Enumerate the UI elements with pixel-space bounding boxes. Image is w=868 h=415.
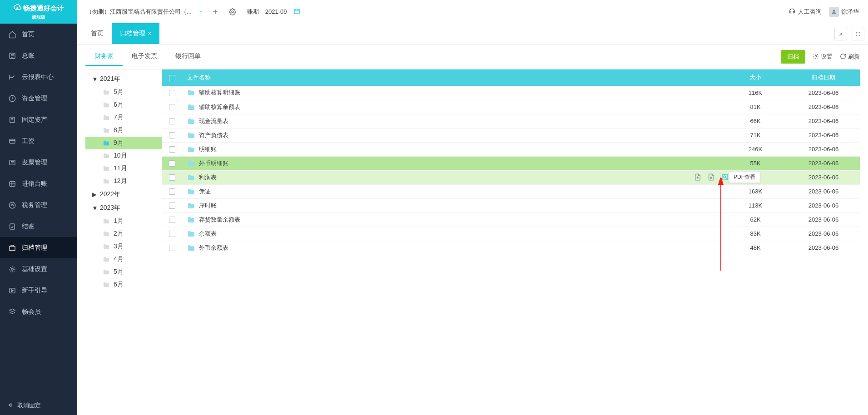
row-checkbox[interactable]	[169, 188, 175, 195]
row-size: 81K	[724, 100, 787, 114]
year-label: 2021年	[100, 75, 120, 83]
user-menu[interactable]: 徐泽华	[829, 7, 859, 17]
table-row[interactable]: 明细账246K2023-06-06	[162, 142, 860, 156]
row-name-cell: 现金流量表	[183, 114, 724, 128]
table-row[interactable]: 余额表83K2023-06-06	[162, 227, 860, 241]
close-tab-button[interactable]	[834, 28, 847, 40]
human-consult-link[interactable]: 人工咨询	[789, 7, 822, 16]
sidebar-item-10[interactable]: 归档管理	[0, 237, 77, 258]
tree-month-0-4[interactable]: 9月	[85, 137, 162, 149]
archive-button[interactable]: 归档	[781, 50, 805, 64]
row-size: 163K	[724, 184, 787, 198]
file-name: 现金流量表	[199, 117, 228, 125]
tree-month-2-4[interactable]: 5月	[85, 266, 162, 278]
svg-point-12	[833, 10, 835, 12]
nav-label: 畅会员	[22, 308, 41, 316]
row-checkbox[interactable]	[169, 160, 175, 167]
tree-month-0-5[interactable]: 10月	[85, 149, 162, 162]
sidebar-item-4[interactable]: 固定资产	[0, 109, 77, 130]
tree-month-2-0[interactable]: 1月	[85, 215, 162, 227]
tree-year-2[interactable]: ▼2023年	[85, 201, 162, 215]
sidebar-item-11[interactable]: 基础设置	[0, 258, 77, 280]
page-tab-label: 归档管理	[120, 30, 145, 38]
subtab-2[interactable]: 银行回单	[166, 48, 210, 66]
row-checkbox[interactable]	[169, 90, 175, 96]
sidebar-item-5[interactable]: 工资	[0, 130, 77, 152]
sidebar-item-9[interactable]: 结账	[0, 216, 77, 237]
row-checkbox-cell	[162, 142, 183, 156]
tree-month-2-5[interactable]: 6月	[85, 278, 162, 291]
sidebar-item-2[interactable]: 云报表中心	[0, 66, 77, 88]
tree-month-0-2[interactable]: 7月	[85, 111, 162, 124]
settings-link[interactable]: 设置	[813, 53, 833, 61]
tree-year-1[interactable]: ▶2022年	[85, 188, 162, 201]
close-icon[interactable]: ×	[148, 30, 151, 37]
xml-download-icon[interactable]	[693, 173, 702, 182]
table-row[interactable]: 序时账113K2023-06-06	[162, 198, 860, 212]
tree-month-0-7[interactable]: 12月	[85, 175, 162, 188]
sidebar-item-8[interactable]: 税务管理	[0, 194, 77, 216]
row-checkbox[interactable]	[169, 217, 175, 223]
row-checkbox[interactable]	[169, 245, 175, 251]
table-row[interactable]: 外币明细账55K2023-06-06	[162, 156, 860, 170]
sidebar-item-12[interactable]: 新手引导	[0, 280, 77, 301]
subtab-1[interactable]: 电子发票	[123, 48, 166, 66]
pdf-download-icon[interactable]	[707, 173, 716, 182]
sidebar-item-0[interactable]: 首页	[0, 24, 77, 45]
pdf-view-icon[interactable]	[720, 173, 729, 182]
tree-month-0-1[interactable]: 6月	[85, 99, 162, 111]
row-checkbox[interactable]	[169, 231, 175, 237]
row-checkbox[interactable]	[169, 104, 175, 110]
refresh-link[interactable]: 刷新	[840, 53, 860, 61]
row-name-cell: 资产负债表	[183, 128, 724, 142]
row-checkbox[interactable]	[169, 146, 175, 153]
tree-month-2-3[interactable]: 4月	[85, 253, 162, 266]
row-checkbox[interactable]	[169, 174, 175, 181]
sidebar-item-7[interactable]: 进销台账	[0, 173, 77, 194]
row-checkbox[interactable]	[169, 203, 175, 209]
row-date: 2023-06-06	[787, 184, 860, 198]
table-row[interactable]: 存货数量余额表62K2023-06-06	[162, 212, 860, 227]
subtab-0[interactable]: 财务账	[85, 48, 123, 66]
company-dropdown-icon[interactable]	[198, 8, 203, 15]
row-date: 2023-06-06	[787, 227, 860, 241]
company-settings-icon[interactable]	[227, 6, 238, 17]
tree-month-0-3[interactable]: 8月	[85, 124, 162, 137]
file-name: 辅助核算余额表	[199, 103, 240, 111]
subtab-row: 财务账电子发票银行回单 归档 设置 刷新	[85, 44, 860, 69]
row-checkbox-cell	[162, 86, 183, 100]
table-row[interactable]: 资产负债表71K2023-06-06	[162, 128, 860, 142]
fullscreen-button[interactable]	[852, 28, 864, 40]
svg-rect-11	[294, 9, 299, 14]
tree-month-2-1[interactable]: 2月	[85, 227, 162, 240]
tree-month-0-0[interactable]: 5月	[85, 86, 162, 99]
month-label: 12月	[114, 177, 127, 185]
sidebar-item-13[interactable]: 畅会员	[0, 301, 77, 322]
tree-month-0-6[interactable]: 11月	[85, 162, 162, 175]
sidebar-item-6[interactable]: 发票管理	[0, 152, 77, 173]
page-tab-1[interactable]: 归档管理×	[112, 23, 159, 44]
add-company-button[interactable]	[210, 6, 221, 17]
month-label: 9月	[114, 139, 124, 147]
page-tab-0[interactable]: 首页	[83, 23, 112, 44]
sidebar-item-3[interactable]: 资金管理	[0, 88, 77, 109]
table-row[interactable]: 辅助核算明细账116K2023-06-06	[162, 86, 860, 100]
row-checkbox[interactable]	[169, 132, 175, 138]
select-all-checkbox[interactable]	[169, 75, 175, 81]
sidebar-unpin[interactable]: 取消固定	[0, 396, 77, 415]
row-date: 2023-06-06	[787, 212, 860, 227]
calendar-icon[interactable]	[293, 8, 300, 16]
table-row[interactable]: 现金流量表66K2023-06-06	[162, 114, 860, 128]
table-row[interactable]: 外币余额表48K2023-06-06	[162, 241, 860, 255]
table-row[interactable]: 辅助核算余额表81K2023-06-06	[162, 100, 860, 114]
sidebar-item-1[interactable]: 总账	[0, 45, 77, 66]
tree-month-2-2[interactable]: 3月	[85, 240, 162, 253]
row-name-cell: 凭证	[183, 184, 724, 198]
nav-label: 发票管理	[22, 158, 47, 167]
folder-icon	[103, 89, 110, 95]
file-name: 资产负债表	[199, 131, 228, 139]
row-checkbox[interactable]	[169, 118, 175, 124]
period-label: 账期	[247, 8, 259, 16]
tree-year-0[interactable]: ▼2021年	[85, 72, 162, 86]
table-row[interactable]: 凭证163K2023-06-06	[162, 184, 860, 198]
